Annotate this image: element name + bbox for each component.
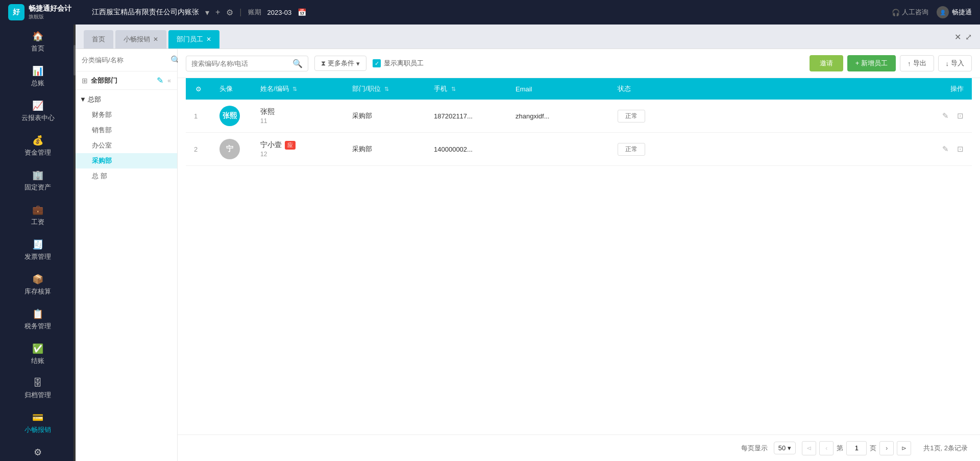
search-icon: 🔍 (292, 59, 303, 68)
row-avatar: 张熙 (211, 100, 252, 133)
col-settings[interactable]: ⚙ (186, 78, 211, 100)
row-avatar: 宁 (211, 133, 252, 166)
invite-btn[interactable]: 邀请 (810, 55, 843, 71)
import-btn[interactable]: ↓ 导入 (938, 55, 972, 71)
sidebar-item-fund-mgmt[interactable]: 💰 资金管理 (0, 129, 76, 163)
sidebar-item-home[interactable]: 🏠 首页 (0, 25, 76, 59)
company-dropdown-btn[interactable]: ▾ (205, 8, 209, 17)
support-btn[interactable]: 🎧 人工咨询 (892, 8, 928, 17)
col-name[interactable]: 姓名/编码 ⇅ (252, 78, 344, 100)
general-ledger-icon: 📊 (32, 65, 43, 77)
row-phone: 187202117... (426, 100, 507, 133)
import-icon: ↓ (946, 60, 949, 67)
export-label: 导出 (913, 59, 926, 68)
page-last-btn[interactable]: ⊳ (897, 441, 911, 455)
sidebar-label-expense: 小畅报销 (24, 425, 51, 434)
checkbox-checked-icon: ✓ (373, 59, 381, 67)
per-page-label: 每页显示 (741, 444, 768, 453)
dept-node-purchase[interactable]: 采购部 (76, 153, 177, 168)
company-name: 江西服宝精品有限责任公司内账张 (92, 8, 199, 17)
show-resigned-checkbox[interactable]: ✓ 显示离职员工 (373, 59, 424, 68)
page-content: 🔍 ⊞ 全部部门 ✎ « ▼ 总部 财务部 (76, 49, 980, 461)
row-num: 2 (186, 133, 211, 166)
tab-dept-label: 部门员工 (177, 35, 203, 44)
sidebar-label-archive: 归档管理 (24, 391, 51, 400)
tab-close-window-btn[interactable]: ✕ (954, 32, 961, 41)
dept-node-general2[interactable]: 总 部 (76, 168, 177, 184)
employee-code: 12 (260, 151, 336, 158)
filter-label: 更多条件 (328, 59, 354, 68)
tab-expense-close[interactable]: ✕ (153, 36, 158, 43)
dept-all-label[interactable]: 全部部门 (91, 76, 117, 85)
import-label: 导入 (951, 59, 964, 68)
inventory-icon: 📦 (32, 274, 43, 285)
tab-expense[interactable]: 小畅报销 ✕ (115, 30, 166, 48)
fixed-assets-icon: 🏢 (32, 169, 43, 181)
row-num: 1 (186, 100, 211, 133)
sidebar-item-general-ledger[interactable]: 📊 总账 (0, 59, 76, 94)
more-op-icon[interactable]: ⊡ (957, 111, 964, 120)
sidebar: 🏠 首页 📊 总账 📈 云报表中心 💰 资金管理 🏢 固定资产 💼 工资 🧾 发… (0, 25, 76, 461)
dept-node-general[interactable]: ▼ 总部 (76, 92, 177, 107)
support-label: 人工咨询 (902, 8, 928, 17)
dept-search-area: 🔍 (76, 49, 177, 71)
per-page-chevron: ▾ (788, 444, 791, 452)
main-layout: 🏠 首页 📊 总账 📈 云报表中心 💰 资金管理 🏢 固定资产 💼 工资 🧾 发… (0, 25, 980, 461)
dept-collapse-btn[interactable]: « (167, 77, 171, 84)
sidebar-item-payroll[interactable]: 💼 工资 (0, 198, 76, 233)
more-op-icon[interactable]: ⊡ (957, 144, 964, 154)
toolbar-right: 邀请 + 新增员工 ↑ 导出 ↓ 导入 (810, 55, 972, 71)
logo-text: 畅捷通好会计 (29, 4, 71, 13)
content-area: 首页 小畅报销 ✕ 部门员工 ✕ ✕ ⤢ 🔍 (76, 25, 980, 461)
tab-home[interactable]: 首页 (84, 30, 113, 48)
sidebar-item-report-center[interactable]: 📈 云报表中心 (0, 94, 76, 129)
sidebar-label-general-ledger: 总账 (31, 79, 44, 88)
sidebar-item-tax[interactable]: 📋 税务管理 (0, 302, 76, 337)
dept-node-office[interactable]: 办公室 (76, 138, 177, 153)
calendar-icon[interactable]: 📅 (298, 8, 306, 16)
page-prev-btn[interactable]: ‹ (819, 441, 834, 455)
sidebar-item-checkout[interactable]: ✅ 结账 (0, 337, 76, 372)
sidebar-item-inventory[interactable]: 📦 库存核算 (0, 268, 76, 302)
col-phone[interactable]: 手机 ⇅ (426, 78, 507, 100)
dept-header-left: ⊞ 全部部门 (82, 76, 117, 85)
filter-icon: ⧗ (321, 59, 326, 67)
filter-btn[interactable]: ⧗ 更多条件 ▾ (314, 56, 366, 71)
per-page-select[interactable]: 50 ▾ (774, 442, 796, 454)
sidebar-label-report: 云报表中心 (21, 113, 55, 123)
tab-dept-employee[interactable]: 部门员工 ✕ (168, 30, 219, 48)
add-employee-btn[interactable]: + 新增员工 (847, 55, 896, 71)
dept-search-input[interactable] (82, 56, 167, 64)
sidebar-label-home: 首页 (31, 44, 44, 53)
sidebar-label-tax: 税务管理 (24, 322, 51, 331)
add-account-btn[interactable]: + (215, 8, 220, 17)
sidebar-item-fixed-assets[interactable]: 🏢 固定资产 (0, 163, 76, 198)
sidebar-item-basic-settings[interactable]: ⚙ 基础设置 (0, 441, 76, 461)
sidebar-item-archive[interactable]: 🗄 归档管理 (0, 372, 76, 406)
dept-node-sales[interactable]: 销售部 (76, 123, 177, 138)
employee-search-input[interactable] (191, 60, 289, 67)
basic-settings-icon: ⚙ (34, 447, 42, 458)
tab-expand-btn[interactable]: ⤢ (965, 32, 972, 41)
employee-search-box[interactable]: 🔍 (186, 56, 308, 71)
page-first-btn[interactable]: ⊲ (802, 441, 816, 455)
edit-icon[interactable]: ✎ (942, 144, 949, 154)
tab-dept-close[interactable]: ✕ (206, 36, 211, 43)
sidebar-item-expense[interactable]: 💳 小畅报销 (0, 406, 76, 441)
col-op: 操作 (671, 78, 972, 100)
settings-btn[interactable]: ⚙ (226, 8, 233, 17)
export-btn[interactable]: ↑ 导出 (900, 55, 934, 71)
page-next-btn[interactable]: › (879, 441, 894, 455)
page-num-input[interactable] (846, 441, 867, 455)
dept-edit-btn[interactable]: ✎ (157, 76, 163, 85)
dept-grid-icon: ⊞ (82, 77, 88, 85)
col-dept[interactable]: 部门/职位 ⇅ (344, 78, 426, 100)
user-area[interactable]: 👤 畅捷通 (937, 6, 972, 18)
dept-tree: ▼ 总部 财务部 销售部 办公室 采购部 总 部 (76, 90, 177, 461)
row-dept: 采购部 (344, 100, 426, 133)
sidebar-item-invoice[interactable]: 🧾 发票管理 (0, 233, 76, 268)
sidebar-scrollbar[interactable] (74, 25, 76, 461)
row-status: 正常 (609, 133, 671, 166)
dept-node-finance[interactable]: 财务部 (76, 107, 177, 123)
edit-icon[interactable]: ✎ (942, 111, 949, 120)
